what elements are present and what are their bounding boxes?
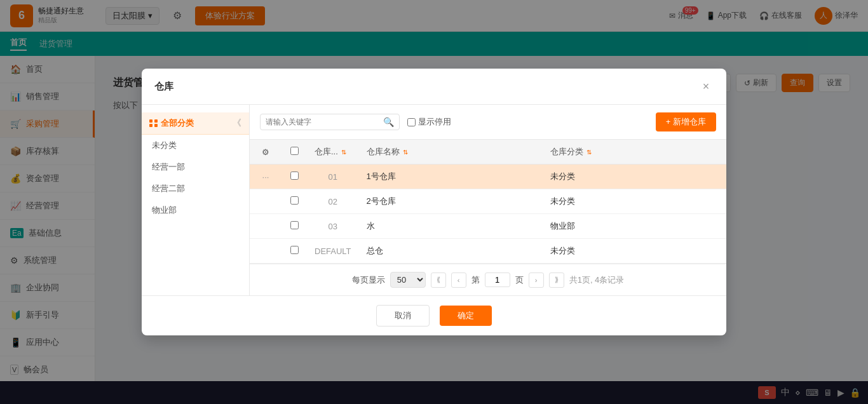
modal-footer: 取消 确定 <box>142 295 726 335</box>
pagination: 每页显示 50 10 20 100 ⟪ ‹ 第 页 › ⟫ 共1页, 4条记录 <box>250 264 726 295</box>
toolbar-left: 🔍 显示停用 <box>260 114 451 130</box>
first-page-button[interactable]: ⟪ <box>431 273 446 288</box>
grid-icon <box>149 119 158 127</box>
row-checkbox[interactable] <box>290 221 299 229</box>
prev-page-button[interactable]: ‹ <box>451 273 466 288</box>
modal-toolbar: 🔍 显示停用 + 新增仓库 <box>250 105 726 140</box>
th-category-label: 仓库分类 <box>550 147 583 156</box>
confirm-button[interactable]: 确定 <box>440 306 492 326</box>
cancel-button[interactable]: 取消 <box>376 305 430 327</box>
td-category: 物业部 <box>543 214 726 239</box>
td-num: 01 <box>307 165 359 189</box>
td-gear <box>250 214 281 239</box>
td-name: 总仓 <box>359 239 543 264</box>
sort-icon-code: ⇅ <box>341 149 346 156</box>
page-input[interactable] <box>485 273 510 287</box>
page-label: 第 <box>471 274 480 286</box>
th-name-label: 仓库名称 <box>367 147 400 156</box>
per-page-label: 每页显示 <box>352 274 385 286</box>
th-checkbox <box>281 140 307 165</box>
add-warehouse-button[interactable]: + 新增仓库 <box>656 112 716 131</box>
select-all-checkbox[interactable] <box>290 147 299 155</box>
table-row[interactable]: DEFAULT 总仓 未分类 <box>250 239 726 264</box>
td-num: DEFAULT <box>307 239 359 264</box>
td-category: 未分类 <box>543 165 726 189</box>
category-property[interactable]: 物业部 <box>142 199 249 221</box>
td-category: 未分类 <box>543 189 726 214</box>
td-name: 1号仓库 <box>359 165 543 189</box>
td-checkbox <box>281 189 307 214</box>
collapse-button[interactable]: 《 <box>233 118 241 129</box>
th-code: 仓库... ⇅ <box>307 140 359 165</box>
category-dept2[interactable]: 经营二部 <box>142 178 249 199</box>
modal-header: 仓库 × <box>142 69 726 105</box>
td-num: 02 <box>307 189 359 214</box>
table-row[interactable]: 03 水 物业部 <box>250 214 726 239</box>
row-checkbox[interactable] <box>290 246 299 254</box>
table-row[interactable]: 02 2号仓库 未分类 <box>250 189 726 214</box>
td-checkbox <box>281 214 307 239</box>
show-disabled-label: 显示停用 <box>418 116 451 128</box>
modal-close-button[interactable]: × <box>698 79 714 94</box>
sort-icon-name: ⇅ <box>403 149 408 156</box>
page-unit: 页 <box>515 274 524 286</box>
td-checkbox <box>281 239 307 264</box>
modal-right-panel: 🔍 显示停用 + 新增仓库 ⚙ <box>250 105 726 295</box>
search-input[interactable] <box>266 118 383 126</box>
last-page-button[interactable]: ⟫ <box>549 273 564 288</box>
td-gear: ··· <box>250 165 281 189</box>
search-icon: 🔍 <box>383 117 394 127</box>
show-disabled-row: 显示停用 <box>407 116 451 128</box>
category-dept1[interactable]: 经营一部 <box>142 156 249 178</box>
modal-left-panel: 全部分类 《 未分类 经营一部 经营二部 物业部 <box>142 105 250 295</box>
all-category-label: 全部分类 <box>161 118 194 129</box>
total-info: 共1页, 4条记录 <box>569 274 625 286</box>
th-code-label: 仓库... <box>315 147 338 156</box>
warehouse-table-container: ⚙ 仓库... ⇅ 仓库名称 ⇅ 仓库分类 <box>250 140 726 264</box>
table-header-row: ⚙ 仓库... ⇅ 仓库名称 ⇅ 仓库分类 <box>250 140 726 165</box>
td-gear <box>250 239 281 264</box>
show-disabled-checkbox[interactable] <box>407 118 416 126</box>
table-row[interactable]: ··· 01 1号仓库 未分类 <box>250 165 726 189</box>
per-page-select[interactable]: 50 10 20 100 <box>390 272 426 288</box>
td-checkbox <box>281 165 307 189</box>
th-name: 仓库名称 ⇅ <box>359 140 543 165</box>
td-num: 03 <box>307 214 359 239</box>
next-page-button[interactable]: › <box>529 273 544 288</box>
th-category: 仓库分类 ⇅ <box>543 140 726 165</box>
sort-icon-category: ⇅ <box>587 149 592 156</box>
row-checkbox[interactable] <box>290 172 299 180</box>
th-gear: ⚙ <box>250 140 281 165</box>
left-panel-all-category[interactable]: 全部分类 《 <box>142 112 249 135</box>
search-box: 🔍 <box>260 114 400 130</box>
td-category: 未分类 <box>543 239 726 264</box>
td-gear <box>250 189 281 214</box>
td-name: 2号仓库 <box>359 189 543 214</box>
modal-title: 仓库 <box>154 81 173 93</box>
modal-body: 全部分类 《 未分类 经营一部 经营二部 物业部 🔍 显示 <box>142 105 726 295</box>
category-unclassified[interactable]: 未分类 <box>142 135 249 156</box>
warehouse-modal: 仓库 × 全部分类 《 未分类 经营一部 经营二部 物业 <box>142 69 726 335</box>
more-options-icon[interactable]: ··· <box>262 172 269 182</box>
row-checkbox[interactable] <box>290 196 299 205</box>
td-name: 水 <box>359 214 543 239</box>
warehouse-table: ⚙ 仓库... ⇅ 仓库名称 ⇅ 仓库分类 <box>250 140 726 264</box>
